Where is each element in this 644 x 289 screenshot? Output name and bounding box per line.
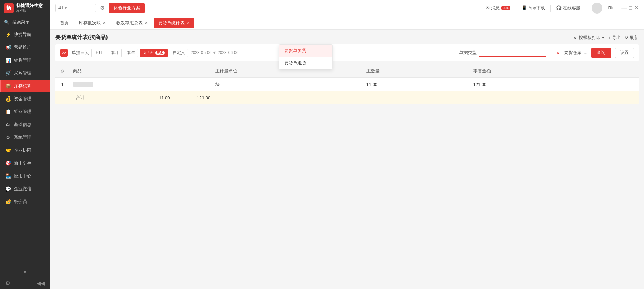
date-filter-group: 单据日期 上月 本月 本年 近7天 更多 自定义 2023-05-06 至 20… xyxy=(72,49,238,57)
page-title: 要货单统计表(按商品) xyxy=(55,34,108,41)
search-menu[interactable]: 🔍 搜索菜单 xyxy=(0,16,50,28)
cell-product xyxy=(69,78,211,91)
data-table-container: ⚙ 商品 主计量单位 主数量 零售金额 1 xyxy=(55,65,639,104)
messages-item[interactable]: ✉ 消息 99+ xyxy=(486,5,511,11)
purchase-icon: 🛒 xyxy=(5,70,11,76)
date-this-month-btn[interactable]: 本月 xyxy=(108,49,122,57)
company-value: 41 xyxy=(58,5,63,10)
tab-order-summary-close[interactable]: ✕ xyxy=(187,21,190,25)
app-download-item[interactable]: 📱 App下载 xyxy=(522,5,545,11)
sidebar-item-label: 销售管理 xyxy=(14,57,31,63)
sidebar-item-member[interactable]: 👑 畅会员 xyxy=(0,195,50,208)
col-product: 商品 xyxy=(69,65,211,78)
marketing-icon: 📢 xyxy=(5,45,11,50)
sidebar-collapse-icon[interactable]: ◀◀ xyxy=(37,280,45,286)
sidebar-item-label: 企业协同 xyxy=(14,147,31,153)
footer-label: 合计 xyxy=(76,95,85,101)
filter-expand-btn[interactable]: ≫ xyxy=(60,49,68,57)
sidebar-item-inventory[interactable]: 📦 库存核算 xyxy=(0,80,50,92)
sidebar-item-purchase[interactable]: 🛒 采购管理 xyxy=(0,67,50,80)
sidebar-item-system[interactable]: ⚙ 系统管理 xyxy=(0,131,50,144)
table-footer: 合计 11.00 121.00 xyxy=(55,91,639,104)
sidebar-item-basic[interactable]: 🗂 基础信息 xyxy=(0,118,50,131)
type-arrow-icon[interactable]: ∧ xyxy=(556,50,560,55)
tab-inventory-batch[interactable]: 库存批次账 ✕ xyxy=(74,18,111,28)
warehouse-dots[interactable]: ··· xyxy=(583,50,587,55)
date-7days-btn[interactable]: 近7天 更多 xyxy=(140,49,168,57)
user-avatar[interactable] xyxy=(592,3,602,14)
tab-receivable-summary[interactable]: 收发存汇总表 ✕ xyxy=(112,18,152,28)
appstore-icon: 🏪 xyxy=(5,173,11,179)
date-this-year-btn[interactable]: 本年 xyxy=(124,49,138,57)
date-last-month-btn[interactable]: 上月 xyxy=(91,49,105,57)
sidebar-item-collab[interactable]: 🤝 企业协同 xyxy=(0,144,50,157)
sidebar: 畅 畅捷通好生意 标准版 🔍 搜索菜单 ⚡ 快捷导航 📢 营销推广 📊 销售管理… xyxy=(0,0,50,289)
print-action[interactable]: 🖨 按模板打印 ▾ xyxy=(573,35,604,41)
username-label: Rit xyxy=(608,5,613,10)
sidebar-item-guide[interactable]: 🎯 新手引导 xyxy=(0,157,50,170)
col-qty: 主数量 xyxy=(362,65,469,78)
date-filter-label: 单据日期 xyxy=(72,50,89,56)
page-header: 要货单统计表(按商品) 🖨 按模板打印 ▾ ↑ 导出 ↺ 刷新 xyxy=(55,34,639,41)
export-action[interactable]: ↑ 导出 xyxy=(609,35,621,41)
type-input[interactable] xyxy=(479,49,546,57)
warehouse-filter-group: 要货仓库 ··· xyxy=(564,50,587,56)
message-icon: ✉ xyxy=(486,5,490,10)
search-icon: 🔍 xyxy=(4,20,9,25)
product-placeholder xyxy=(73,82,93,87)
sidebar-item-finance[interactable]: 💰 资金管理 xyxy=(0,92,50,105)
sidebar-item-business[interactable]: 📋 经营管理 xyxy=(0,105,50,118)
window-minimize-btn[interactable]: — xyxy=(621,5,627,11)
sidebar-settings-icon[interactable]: ⚙ xyxy=(5,280,10,286)
selector-arrow-icon: ▾ xyxy=(65,5,67,10)
tab-inventory-batch-close[interactable]: ✕ xyxy=(103,21,106,25)
trial-btn[interactable]: 体验行业方案 xyxy=(109,3,145,13)
filter-bar: ≫ 单据日期 上月 本月 本年 近7天 更多 自定义 2023-05-06 至 … xyxy=(55,44,639,61)
page-actions: 🖨 按模板打印 ▾ ↑ 导出 ↺ 刷新 xyxy=(573,35,639,41)
collab-icon: 🤝 xyxy=(5,148,11,153)
cell-qty: 11.00 xyxy=(362,78,469,91)
sidebar-item-sales[interactable]: 📊 销售管理 xyxy=(0,54,50,67)
window-controls: — □ ✕ xyxy=(621,5,639,11)
sidebar-item-wechat[interactable]: 💬 企业微信 xyxy=(0,182,50,195)
sidebar-logo: 畅 畅捷通好生意 标准版 xyxy=(0,0,50,16)
tab-home-label: 首页 xyxy=(60,20,69,26)
business-icon: 📋 xyxy=(5,109,11,114)
tab-receivable-summary-close[interactable]: ✕ xyxy=(145,21,148,25)
dropdown-item-0[interactable]: 要货单要货 xyxy=(279,45,332,57)
print-icon: 🖨 xyxy=(573,35,577,40)
cell-extra xyxy=(598,78,639,91)
logo-text: 畅捷通好生意 标准版 xyxy=(16,3,43,13)
product-cell-content xyxy=(73,82,207,87)
topbar-gear-icon[interactable]: ⚙ xyxy=(100,5,105,11)
sidebar-item-label: 库存核算 xyxy=(14,83,31,89)
filter-settings-btn[interactable]: 设置 xyxy=(615,48,634,58)
sidebar-item-label: 企业微信 xyxy=(14,186,31,192)
online-service-item[interactable]: 🎧 在线客服 xyxy=(556,5,580,11)
logo-main: 畅捷通好生意 xyxy=(16,3,43,9)
date-range-display: 2023-05-06 至 2023-06-06 xyxy=(191,50,238,56)
divider xyxy=(516,5,516,12)
sidebar-scroll-down[interactable]: ▼ xyxy=(0,268,50,277)
sidebar-nav: ⚡ 快捷导航 📢 营销推广 📊 销售管理 🛒 采购管理 📦 库存核算 💰 资金管… xyxy=(0,28,50,268)
main-area: 41 ▾ ⚙ 体验行业方案 ✉ 消息 99+ 📱 App下载 🎧 在线客服 xyxy=(50,0,644,289)
sidebar-item-label: 经营管理 xyxy=(14,109,31,115)
company-selector[interactable]: 41 ▾ xyxy=(55,4,96,12)
tab-home[interactable]: 首页 xyxy=(55,18,73,28)
sidebar-item-appstore[interactable]: 🏪 应用中心 xyxy=(0,170,50,182)
tab-order-summary-label: 要货单统计表 xyxy=(158,20,185,26)
window-maximize-btn[interactable]: □ xyxy=(629,5,632,11)
dropdown-item-1[interactable]: 要货单退货 xyxy=(279,57,332,69)
system-icon: ⚙ xyxy=(5,135,11,140)
sidebar-item-label: 资金管理 xyxy=(14,96,31,102)
sidebar-item-marketing[interactable]: 📢 营销推广 xyxy=(0,41,50,54)
query-btn[interactable]: 查询 xyxy=(591,48,611,58)
refresh-action[interactable]: ↺ 刷新 xyxy=(625,35,639,41)
sidebar-item-quick-nav[interactable]: ⚡ 快捷导航 xyxy=(0,28,50,41)
table-row: 1 块 11.00 121.00 xyxy=(55,78,639,91)
col-settings[interactable]: ⚙ xyxy=(55,65,69,78)
tab-order-summary[interactable]: 要货单统计表 ✕ xyxy=(154,18,194,28)
window-close-btn[interactable]: ✕ xyxy=(634,5,639,11)
sidebar-item-label: 新手引导 xyxy=(14,160,31,166)
date-custom-btn[interactable]: 自定义 xyxy=(170,49,188,57)
